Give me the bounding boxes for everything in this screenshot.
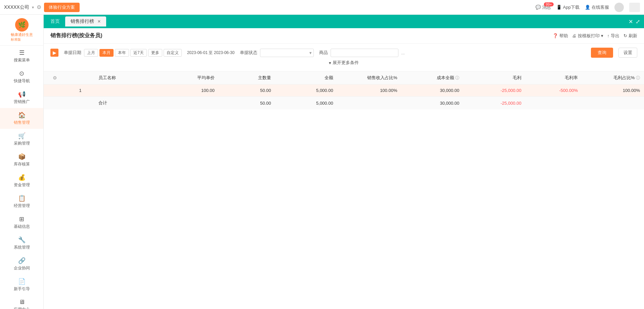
tab-close-icon[interactable]: ✕ [97,19,101,24]
finance-icon: 💰 [18,174,26,181]
status-filter: 单据状态 [240,49,314,57]
filter-row: ▶ 单据日期 上月 本月 本年 近7天 更多 自定义 2023-06 [50,48,637,58]
sidebar-item-finance[interactable]: 💰 资金管理 [0,170,43,191]
col-avg-header: 平均单价 [162,71,219,85]
online-service-button[interactable]: 👤 在线客服 [585,4,609,10]
print-dropdown-icon: ▾ [601,33,603,38]
status-select[interactable] [260,49,314,57]
status-filter-label: 单据状态 [240,50,257,56]
inventory-icon: 📦 [18,153,26,160]
footer-gross-rate-cell [525,97,582,110]
footer-gross-cell: -25,000.00 [463,97,525,110]
goods-more-button[interactable]: ... [401,50,405,55]
goods-input[interactable] [331,49,398,57]
sidebar-item-purchase[interactable]: 🛒 采购管理 [0,129,43,150]
top-bar-right: 💬 消息 99+ 📱 App下载 👤 在线客服 [535,3,640,12]
page-header-actions: ❓ 帮助 🖨 按模板打印 ▾ ↑ 导出 ↻ 刷新 [553,33,638,43]
top-bar: XXXXX公司 ▾ ⚙ 体验行业方案 💬 消息 99+ 📱 App下载 👤 在线… [0,0,644,15]
footer-cost-cell: 30,000.00 [401,97,463,110]
sidebar-item-system[interactable]: 🔧 系统管理 [0,233,43,254]
table-wrap: ⚙ 员工名称 平均单价 主数量 [44,71,644,309]
sidebar-item-basic[interactable]: ⊞ 基础信息 [0,212,43,233]
filter-toggle-button[interactable]: ▶ [50,49,58,57]
query-button[interactable]: 查询 [591,48,613,58]
col-gross-rate-header: 毛利率 [525,71,582,85]
goods-filter: 商品 ... [319,49,405,57]
system-icon: 🔧 [18,236,26,244]
date-btn-7days[interactable]: 近7天 [130,49,147,57]
fullscreen-icon[interactable]: ⤢ [636,18,640,25]
message-badge: 99+ [544,2,554,6]
col-settings-header[interactable]: ⚙ [44,71,66,85]
col-qty-header: 主数量 [219,71,275,85]
sidebar-item-marketing[interactable]: 📢 营销推广 [0,87,43,108]
sidebar-item-search[interactable]: ☰ 搜索菜单 [0,46,43,66]
tab-home[interactable]: 首页 [45,16,65,27]
tab-bar: 首页 销售排行榜 ✕ ✕ ⤢ [44,15,644,28]
print-icon: 🖨 [572,33,576,38]
trial-button[interactable]: 体验行业方案 [44,3,80,12]
service-label: 在线客服 [592,4,609,10]
expand-conditions-button[interactable]: ▾ 展开更多条件 [50,58,637,67]
col-sales-pct-header: 销售收入占比% [337,71,401,85]
goods-filter-label: 商品 [319,50,328,56]
date-btn-this-month[interactable]: 本月 [99,49,114,57]
operations-icon: 📋 [18,195,26,202]
marketing-icon: 📢 [18,91,26,98]
tab-sales-rank[interactable]: 销售排行榜 ✕ [65,16,106,27]
message-button[interactable]: 💬 消息 99+ [535,4,551,10]
col-rank-header [66,71,94,85]
sidebar-item-inventory[interactable]: 📦 库存核算 [0,150,43,170]
footer-sales-pct-cell [337,97,401,110]
sidebar-item-appstore[interactable]: 🖥 应用中心 [0,295,43,309]
refresh-button[interactable]: ↻ 刷新 [624,33,637,39]
close-all-tabs-icon[interactable]: ✕ [629,18,633,25]
date-btn-this-year[interactable]: 本年 [115,49,129,57]
row-gross-pct-cell: 100.00% [582,85,644,97]
sidebar-item-operations[interactable]: 📋 经营管理 [0,191,43,212]
footer-rank-cell [66,97,94,110]
table-header-row: ⚙ 员工名称 平均单价 主数量 [44,71,644,85]
date-filter: 单据日期 上月 本月 本年 近7天 更多 自定义 [64,49,182,57]
topbar-settings-icon[interactable]: ⚙ [37,4,41,10]
settings-button[interactable]: 设置 [618,48,637,58]
footer-avg-cell [162,97,219,110]
app-icon: 📱 [556,5,562,10]
app-label: App下载 [563,4,579,10]
row-rank-cell: 1 [66,85,94,97]
col-name-header: 员工名称 [94,71,162,85]
avatar[interactable] [614,3,624,12]
app-download-button[interactable]: 📱 App下载 [556,4,579,10]
sidebar: 🌿 畅康通好生意 标准版 ☰ 搜索菜单 ⊙ 快捷导航 📢 营销推广 🏠 销售管 [0,15,44,309]
purchase-icon: 🛒 [18,132,26,140]
sidebar-logo: 🌿 畅康通好生意 标准版 [0,15,43,46]
print-button[interactable]: 🖨 按模板打印 ▾ [572,33,603,39]
date-btn-last-month[interactable]: 上月 [84,49,98,57]
row-cost-cell: 30,000.00 [401,85,463,97]
date-btn-more[interactable]: 更多 [148,49,162,57]
table-settings-icon[interactable]: ⚙ [53,75,57,81]
col-gross-header: 毛利 [463,71,525,85]
col-gross-pct-header: 毛利占比% ⓘ [582,71,644,85]
sidebar-item-guide[interactable]: 📄 新手引导 [0,274,43,295]
row-gross-cell: -25,000.00 [463,85,525,97]
gross-pct-help-icon[interactable]: ⓘ [636,75,640,80]
tab-bar-right: ✕ ⤢ [629,18,643,25]
row-amount-cell: 5,000.00 [275,85,337,97]
table-row: 1 100.00 50.00 [44,85,644,97]
sidebar-item-shortcut[interactable]: ⊙ 快捷导航 [0,66,43,87]
row-name-cell [94,85,162,97]
company-dropdown-icon[interactable]: ▾ [32,5,34,10]
footer-amount-cell: 5,000.00 [275,97,337,110]
cost-help-icon[interactable]: ⓘ [455,75,459,80]
help-button[interactable]: ❓ 帮助 [553,33,568,39]
sidebar-item-collab[interactable]: 🔗 企业协同 [0,254,43,274]
sidebar-item-sales[interactable]: 🏠 销售管理 [0,108,43,129]
export-button[interactable]: ↑ 导出 [607,33,620,39]
page-content: 销售排行榜(按业务员) ❓ 帮助 🖨 按模板打印 ▾ ↑ 导出 [44,28,644,309]
row-avg-cell: 100.00 [162,85,219,97]
date-quick-btns: 上月 本月 本年 近7天 更多 自定义 [84,49,182,57]
date-btn-custom[interactable]: 自定义 [164,49,182,57]
page-title: 销售排行榜(按业务员) [50,32,102,43]
row-gross-rate-cell: -500.00% [525,85,582,97]
